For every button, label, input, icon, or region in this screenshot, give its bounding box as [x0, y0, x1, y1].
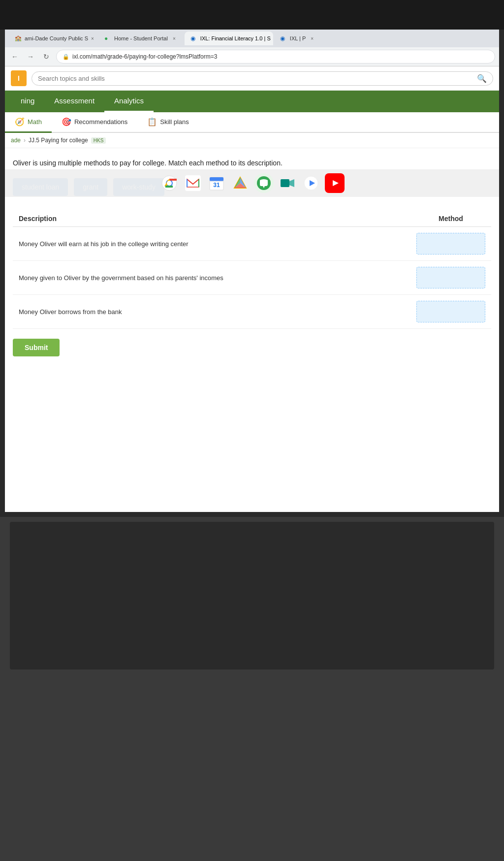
match-table: Description Method Money Oliver will ear…	[13, 211, 491, 329]
row1-description: Money Oliver will earn at his job in the…	[13, 227, 410, 261]
tab-dade-close[interactable]: ×	[91, 35, 94, 42]
row2-drop-zone[interactable]	[410, 261, 491, 295]
sub-tab-skill-plans[interactable]: 📋 Skill plans	[137, 112, 199, 133]
tab-ixl-favicon: ◉	[190, 35, 197, 42]
row3-description: Money Oliver borrows from the bank	[13, 295, 410, 329]
taskbar-youtube[interactable]	[325, 173, 345, 193]
breadcrumb-parent[interactable]: ade	[11, 137, 21, 144]
nav-tab-learning[interactable]: ning	[11, 91, 44, 112]
taskbar-chrome[interactable]	[159, 173, 179, 193]
nav-tab-assessment[interactable]: Assessment	[44, 91, 104, 112]
ixl-page: I 🔍 ning Assessment Analytics 🧭 Math	[5, 66, 499, 366]
breadcrumb-badge: HKS	[91, 137, 106, 144]
taskbar-gmail[interactable]	[183, 173, 203, 193]
drop-zone-1[interactable]	[416, 233, 485, 255]
search-icon: 🔍	[477, 74, 487, 83]
tab-portal-label: Home - Student Portal	[114, 35, 168, 41]
skill-plans-icon: 📋	[147, 117, 157, 127]
tab-ixl2-label: IXL | P	[290, 35, 306, 41]
svg-marker-14	[289, 179, 294, 187]
tab-dade-favicon: 🏫	[15, 35, 22, 42]
sub-tab-math[interactable]: 🧭 Math	[5, 112, 52, 133]
sub-tabs: 🧭 Math 🎯 Recommendations 📋 Skill plans	[5, 112, 499, 133]
taskbar-play[interactable]	[301, 173, 321, 193]
table-row: Money given to Oliver by the government …	[13, 261, 491, 295]
sub-tab-recommendations[interactable]: 🎯 Recommendations	[52, 112, 137, 133]
tab-dade[interactable]: 🏫 ami-Dade County Public S ×	[9, 32, 97, 45]
screen: 🏫 ami-Dade County Public S × ● Home - St…	[5, 30, 499, 512]
row3-drop-zone[interactable]	[410, 295, 491, 329]
tab-portal[interactable]: ● Home - Student Portal ×	[98, 32, 184, 45]
submit-button[interactable]: Submit	[13, 339, 60, 356]
url-text: ixl.com/math/grade-6/paying-for-college?…	[72, 53, 217, 60]
taskbar-messages[interactable]	[254, 173, 274, 193]
taskbar-meet[interactable]	[278, 173, 297, 193]
tab-ixl2-close[interactable]: ×	[309, 35, 315, 42]
browser-chrome: 🏫 ami-Dade County Public S × ● Home - St…	[5, 30, 499, 66]
breadcrumb-separator: ›	[24, 137, 26, 144]
taskbar: 31	[5, 169, 499, 197]
tab-portal-favicon: ●	[104, 35, 111, 42]
tab-dade-label: ami-Dade County Public S	[25, 35, 88, 41]
col-header-method: Method	[410, 211, 491, 227]
svg-rect-5	[210, 177, 223, 181]
back-button[interactable]: ←	[9, 51, 21, 63]
tab-portal-close[interactable]: ×	[171, 35, 178, 42]
col-header-description: Description	[13, 211, 410, 227]
drop-zone-3[interactable]	[416, 301, 485, 322]
breadcrumb-current: JJ.5 Paying for college	[29, 137, 88, 144]
address-bar-row: ← → ↻ 🔒 ixl.com/math/grade-6/paying-for-…	[5, 47, 499, 66]
bezel-top	[0, 0, 504, 30]
refresh-button[interactable]: ↻	[40, 51, 52, 63]
table-row: Money Oliver will earn at his job in the…	[13, 227, 491, 261]
row1-drop-zone[interactable]	[410, 227, 491, 261]
drop-zone-2[interactable]	[416, 267, 485, 288]
question-text: Oliver is using multiple methods to pay …	[13, 158, 491, 168]
tab-ixl-label: IXL: Financial Literacy 1.0 | S	[200, 35, 271, 41]
svg-point-2	[167, 181, 172, 186]
address-bar[interactable]: 🔒 ixl.com/math/grade-6/paying-for-colleg…	[56, 50, 495, 64]
math-icon: 🧭	[15, 117, 25, 127]
table-row: Money Oliver borrows from the bank	[13, 295, 491, 329]
row2-description: Money given to Oliver by the government …	[13, 261, 410, 295]
taskbar-calendar[interactable]: 31	[207, 173, 226, 193]
tab-bar: 🏫 ami-Dade County Public S × ● Home - St…	[5, 30, 499, 47]
lock-icon: 🔒	[63, 54, 69, 60]
recommendations-icon: 🎯	[62, 117, 71, 127]
search-bar: I 🔍	[5, 66, 499, 91]
nav-tab-analytics[interactable]: Analytics	[104, 91, 154, 112]
tab-ixl-active[interactable]: ◉ IXL: Financial Literacy 1.0 | S ×	[185, 32, 273, 45]
laptop-keyboard	[10, 522, 494, 670]
svg-text:31: 31	[213, 182, 220, 189]
main-nav: ning Assessment Analytics	[5, 91, 499, 112]
ixl-logo: I	[11, 70, 27, 86]
tab-ixl2[interactable]: ◉ IXL | P ×	[274, 32, 321, 45]
tab-ixl2-favicon: ◉	[280, 35, 287, 42]
search-input-wrapper[interactable]: 🔍	[32, 71, 493, 86]
breadcrumb: ade › JJ.5 Paying for college HKS	[5, 133, 499, 148]
search-input[interactable]	[38, 75, 473, 82]
svg-rect-13	[281, 179, 289, 187]
forward-button[interactable]: →	[25, 51, 36, 63]
taskbar-drive[interactable]	[230, 173, 250, 193]
